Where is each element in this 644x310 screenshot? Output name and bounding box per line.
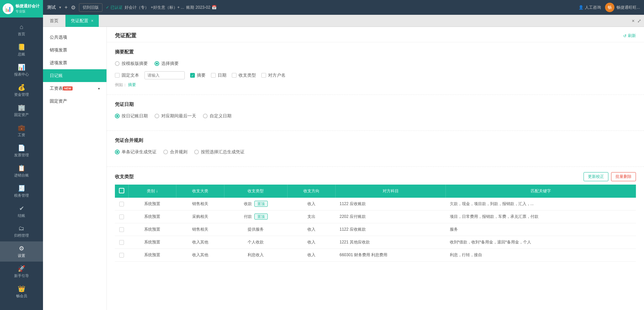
td-category-3: 系统预置 xyxy=(129,236,176,249)
sidebar-item-label: 总账 xyxy=(18,52,25,57)
sidebar-item-ledger[interactable]: 📒 总账 xyxy=(0,40,43,60)
radio-journal-date[interactable]: 按日记账日期 xyxy=(115,113,148,119)
sidebar-item-label: 归档管理 xyxy=(14,233,29,238)
period-last-circle xyxy=(155,114,159,118)
type-badge-0[interactable]: 置顶 xyxy=(254,201,268,207)
menu-item-fixed-assets[interactable]: 固定资产 xyxy=(43,95,106,108)
panel-header: 凭证配置 ↺ 刷新 xyxy=(107,27,644,42)
radio-merge[interactable]: 合并规则 xyxy=(163,149,187,155)
purchase-sales-icon: 📋 xyxy=(18,164,25,172)
sidebar-item-assets[interactable]: 🏢 固定资产 xyxy=(0,101,43,121)
calendar-icon[interactable]: 📅 xyxy=(212,5,217,10)
radio-select-circle xyxy=(155,61,159,66)
checkbox-counterparty[interactable]: 对方户名 xyxy=(261,72,286,78)
ledger-icon: 📒 xyxy=(18,43,25,51)
row-checkbox-4[interactable] xyxy=(119,253,124,258)
salary-icon: 💼 xyxy=(18,124,25,131)
sidebar-item-vip[interactable]: 👑 畅会员 xyxy=(0,282,43,302)
menu-item-public[interactable]: 公共选项 xyxy=(43,31,106,44)
batch-delete-button[interactable]: 批量删除 xyxy=(611,172,636,181)
topbar-settings-icon[interactable]: ⚙ xyxy=(71,4,76,11)
sidebar-item-invoice[interactable]: 📄 发票管理 xyxy=(0,141,43,161)
sidebar-item-tax[interactable]: 🧾 税务管理 xyxy=(0,181,43,201)
income-expense-table: 类别 ↓ 收支大类 收支类型 收支方向 对方科目 匹配关键字 系统预置 xyxy=(115,185,636,262)
user-menu[interactable]: 畅 畅捷通旺旺... xyxy=(605,3,640,12)
radio-select-total[interactable]: 按照选择汇总生成凭证 xyxy=(194,149,245,155)
sidebar-item-archive[interactable]: 🗂 归档管理 xyxy=(0,222,43,241)
td-category-0: 系统预置 xyxy=(129,198,176,210)
service-button[interactable]: 👤 人工咨询 xyxy=(578,5,601,10)
menu-item-sales-invoice[interactable]: 销项发票 xyxy=(43,44,106,56)
service-icon: 👤 xyxy=(578,5,584,10)
sidebar-item-salary[interactable]: 💼 工资 xyxy=(0,121,43,141)
sidebar-item-label: 工资 xyxy=(18,132,25,138)
sidebar-item-settlement[interactable]: ✔ 结账 xyxy=(0,201,43,222)
journal-date-circle xyxy=(115,114,120,118)
td-keywords-0: 欠款，现金，项目款，到款，报销款，汇入，... xyxy=(446,198,636,210)
select-total-circle xyxy=(194,150,199,154)
tab-voucher-config[interactable]: 凭证配置 × xyxy=(66,15,99,27)
td-keywords-2: 服务 xyxy=(446,223,636,236)
logo-icon: 📊 xyxy=(3,3,13,14)
summary-radio-group: 按模板版摘要 选择摘要 xyxy=(115,61,636,67)
radio-custom-date[interactable]: 自定义日期 xyxy=(203,113,231,119)
logo-text: 畅捷通好会计 xyxy=(15,4,40,9)
archive-icon: 🗂 xyxy=(18,225,25,232)
window-close-icon[interactable]: × xyxy=(632,18,635,24)
logo-sub: 专业版 xyxy=(15,9,40,14)
sidebar-item-newbie[interactable]: 🚀 新手引导 xyxy=(0,262,43,282)
sidebar-item-label: 设置 xyxy=(18,253,25,258)
radio-single[interactable]: 单条记录生成凭证 xyxy=(115,149,157,155)
select-all-checkbox[interactable] xyxy=(119,188,124,193)
single-circle xyxy=(115,150,120,154)
summary-checkbox: ✓ xyxy=(190,73,195,78)
voucher-date-title: 凭证日期 xyxy=(115,102,636,108)
period-label: 账期 2023-02 📅 xyxy=(186,5,217,10)
avatar: 畅 xyxy=(605,3,614,12)
menu-item-purchase-invoice[interactable]: 进项发票 xyxy=(43,56,106,69)
company-dropdown-icon[interactable]: ▾ xyxy=(59,5,61,10)
refresh-icon: ↺ xyxy=(623,34,627,38)
row-checkbox-1[interactable] xyxy=(119,215,124,219)
add-button[interactable]: + xyxy=(65,4,68,10)
sidebar-item-home[interactable]: ⌂ 首页 xyxy=(0,20,43,40)
update-correct-button[interactable]: 更新校正 xyxy=(584,172,608,181)
th-account: 对方科目 xyxy=(336,185,446,198)
topbar-right: 👤 人工咨询 畅 畅捷通旺旺... xyxy=(578,3,640,12)
switch-version-button[interactable]: 切到旧版 xyxy=(79,3,102,12)
checkbox-summary[interactable]: ✓ 摘要 xyxy=(190,72,206,78)
sidebar-item-reports[interactable]: 📊 报表中心 xyxy=(0,60,43,80)
td-type-1: 付款 置顶 xyxy=(224,210,288,223)
sidebar-item-settings[interactable]: ⚙ 设置 xyxy=(0,241,43,262)
fixed-text-input[interactable] xyxy=(144,71,185,79)
type-badge-1[interactable]: 置顶 xyxy=(254,214,268,220)
tab-close-icon[interactable]: × xyxy=(91,18,93,23)
fixed-text-checkbox xyxy=(115,73,120,78)
settlement-icon: ✔ xyxy=(19,205,24,212)
window-expand-icon[interactable]: ⤢ xyxy=(637,18,641,24)
menu-item-payroll[interactable]: 工资表 NEW ▾ xyxy=(43,82,106,95)
tab-home[interactable]: 首页 xyxy=(43,15,66,27)
checkbox-date[interactable]: 日期 xyxy=(211,72,226,78)
checkbox-fixed-text[interactable]: 固定文本 xyxy=(115,72,139,78)
menu-item-journal[interactable]: 日记账 xyxy=(43,69,106,82)
refresh-button[interactable]: ↺ 刷新 xyxy=(623,33,636,39)
th-major-type: 收支大类 xyxy=(176,185,224,198)
radio-select[interactable]: 选择摘要 xyxy=(155,61,179,67)
sidebar-item-funds[interactable]: 💰 资金管理 xyxy=(0,80,43,101)
radio-period-last[interactable]: 对应期间最后一天 xyxy=(155,113,196,119)
td-keywords-3: 收到*借款，收到*备用金，退回*备用金，个人 xyxy=(446,236,636,249)
radio-template[interactable]: 按模板版摘要 xyxy=(115,61,148,67)
sidebar-item-purchase-sales[interactable]: 📋 进销台账 xyxy=(0,161,43,181)
row-checkbox-2[interactable] xyxy=(119,227,124,232)
sidebar-item-label: 结账 xyxy=(18,213,25,218)
sidebar-item-label: 新手引导 xyxy=(14,273,29,278)
th-checkbox[interactable] xyxy=(115,185,129,198)
section-income-expense: 收支类型 更新校正 批量删除 类别 ↓ xyxy=(107,167,644,267)
row-checkbox-3[interactable] xyxy=(119,240,124,245)
td-type-3: 个人收款 xyxy=(224,236,288,249)
assets-icon: 🏢 xyxy=(18,104,25,111)
th-keywords: 匹配关键字 xyxy=(446,185,636,198)
checkbox-category[interactable]: 收支类型 xyxy=(232,72,256,78)
row-checkbox-0[interactable] xyxy=(119,202,124,206)
